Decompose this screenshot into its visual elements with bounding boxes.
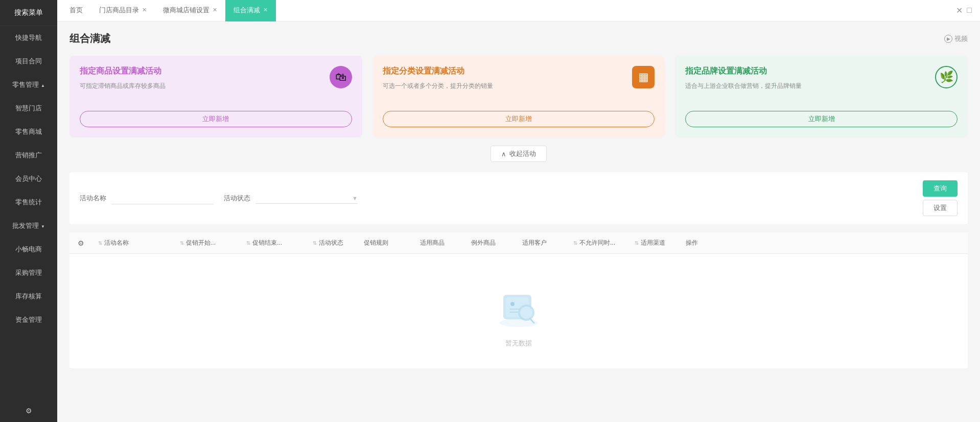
settings-gear-icon: ⚙: [78, 239, 84, 247]
close-window-button[interactable]: ✕: [956, 6, 963, 15]
sidebar-item-marketing[interactable]: 营销推广: [0, 144, 57, 167]
page-header: 组合满减 ▶ 视频: [69, 32, 968, 45]
activity-status-label: 活动状态: [224, 194, 250, 203]
activity-name-field: 活动名称: [80, 192, 214, 204]
svg-point-4: [520, 307, 532, 319]
sidebar-item-smartstore[interactable]: 智慧门店: [0, 97, 57, 120]
card-category: 指定分类设置满减活动 ▦ 可选一个或者多个分类，提升分类的销量 立即新增: [372, 56, 665, 137]
action-buttons: 查询 设置: [923, 180, 958, 216]
th-activity-name: ⇅ 活动名称: [98, 239, 180, 247]
card-category-add-button[interactable]: 立即新增: [383, 111, 655, 127]
sort-channel-icon[interactable]: ⇅: [635, 240, 639, 246]
empty-illustration: [493, 285, 544, 331]
setting-button[interactable]: 设置: [923, 200, 958, 216]
th-applicable-customer: 适用客户: [522, 239, 573, 247]
card-product-title: 指定商品设置满减活动: [80, 66, 352, 77]
sidebar-item-purchase[interactable]: 采购管理: [0, 261, 57, 285]
close-tab-store-catalog[interactable]: ✕: [142, 7, 147, 13]
activity-status-select[interactable]: ▼: [255, 193, 358, 204]
query-button[interactable]: 查询: [923, 180, 958, 197]
tab-store-catalog[interactable]: 门店商品目录 ✕: [91, 0, 155, 21]
card-brand-desc: 适合与上游企业联合做营销，提升品牌销量: [685, 82, 958, 106]
close-tab-mini-store[interactable]: ✕: [213, 7, 217, 13]
settings-icon[interactable]: ⚙: [0, 400, 57, 422]
collapse-activity-button[interactable]: ∧ 收起活动: [491, 146, 547, 162]
sidebar-item-retailmall[interactable]: 零售商城: [0, 120, 57, 144]
tab-combo-discount[interactable]: 组合满减 ✕: [225, 0, 276, 21]
sidebar-item-retailstat[interactable]: 零售统计: [0, 191, 57, 214]
sidebar-item-wholesale[interactable]: 批发管理: [0, 214, 57, 238]
search-menu[interactable]: 搜索菜单: [0, 0, 57, 26]
th-applicable-channel: ⇅ 适用渠道: [635, 239, 686, 247]
th-except-goods: 例外商品: [471, 239, 522, 247]
card-brand: 指定品牌设置满减活动 🌿 适合与上游企业联合做营销，提升品牌销量 立即新增: [675, 56, 968, 137]
sidebar: 搜索菜单 快捷导航 项目合同 零售管理 智慧门店 零售商城 营销推广 会员中心 …: [0, 0, 57, 422]
tab-mini-store[interactable]: 微商城店铺设置 ✕: [155, 0, 225, 21]
sort-name-icon[interactable]: ⇅: [98, 240, 102, 246]
sidebar-item-contract[interactable]: 项目合同: [0, 50, 57, 73]
empty-text: 暂无数据: [505, 339, 532, 348]
activity-name-label: 活动名称: [80, 194, 106, 203]
th-applicable-goods: 适用商品: [420, 239, 471, 247]
maximize-window-button[interactable]: □: [967, 6, 972, 15]
sidebar-item-member[interactable]: 会员中心: [0, 167, 57, 191]
card-brand-title: 指定品牌设置满减活动: [685, 66, 958, 77]
card-product: 指定商品设置满减活动 🛍 可指定滞销商品或库存较多商品 立即新增: [69, 56, 362, 137]
activity-cards: 指定商品设置满减活动 🛍 可指定滞销商品或库存较多商品 立即新增 指定分类设置满…: [69, 56, 968, 137]
sort-notallow-icon[interactable]: ⇅: [573, 240, 577, 246]
card-product-add-button[interactable]: 立即新增: [80, 111, 352, 127]
th-promo-rule: 促销规则: [364, 239, 420, 247]
collapse-bar: ∧ 收起活动: [69, 146, 968, 162]
content-area: 组合满减 ▶ 视频 指定商品设置满减活动 🛍 可指定滞销商品或库存较多商品 立即…: [57, 21, 980, 422]
sort-status-icon[interactable]: ⇅: [313, 240, 317, 246]
activity-table: ⚙ ⇅ 活动名称 ⇅ 促销开始... ⇅ 促销结束... ⇅ 活动状态: [69, 232, 968, 368]
tab-bar: 首页 门店商品目录 ✕ 微商城店铺设置 ✕ 组合满减 ✕ ✕ □: [57, 0, 980, 21]
th-promo-start: ⇅ 促销开始...: [180, 239, 246, 247]
window-controls: ✕ □: [956, 6, 976, 15]
sidebar-item-ecommerce[interactable]: 小畅电商: [0, 238, 57, 261]
sort-start-icon[interactable]: ⇅: [180, 240, 184, 246]
sidebar-item-retail[interactable]: 零售管理: [0, 73, 57, 97]
card-product-icon: 🛍: [330, 66, 352, 88]
card-category-desc: 可选一个或者多个分类，提升分类的销量: [383, 82, 655, 106]
th-promo-end: ⇅ 促销结束...: [246, 239, 313, 247]
card-brand-add-button[interactable]: 立即新增: [685, 111, 958, 127]
sidebar-item-finance[interactable]: 资金管理: [0, 308, 57, 332]
card-product-desc: 可指定滞销商品或库存较多商品: [80, 82, 352, 106]
th-not-allow: ⇅ 不允许同时...: [573, 239, 635, 247]
svg-point-6: [510, 302, 515, 306]
table-header: ⚙ ⇅ 活动名称 ⇅ 促销开始... ⇅ 促销结束... ⇅ 活动状态: [69, 232, 968, 254]
close-tab-combo-discount[interactable]: ✕: [263, 7, 268, 13]
video-circle-icon: ▶: [944, 35, 952, 43]
chevron-down-icon: ▼: [352, 195, 358, 201]
activity-name-input[interactable]: [111, 192, 214, 204]
th-action: 操作: [686, 239, 960, 247]
tab-home[interactable]: 首页: [61, 0, 91, 21]
th-activity-status: ⇅ 活动状态: [313, 239, 364, 247]
sidebar-item-inventory[interactable]: 库存核算: [0, 285, 57, 308]
video-link[interactable]: ▶ 视频: [944, 34, 968, 43]
main-area: 首页 门店商品目录 ✕ 微商城店铺设置 ✕ 组合满减 ✕ ✕ □ 组合满减 ▶ …: [57, 0, 980, 422]
search-bar: 活动名称 活动状态 ▼ 查询 设置: [69, 172, 968, 224]
activity-status-field: 活动状态 ▼: [224, 193, 358, 204]
sort-end-icon[interactable]: ⇅: [246, 240, 250, 246]
card-category-icon: ▦: [632, 66, 655, 88]
sidebar-item-quicknav[interactable]: 快捷导航: [0, 26, 57, 50]
empty-state: 暂无数据: [69, 254, 968, 368]
card-brand-icon: 🌿: [935, 66, 958, 88]
chevron-up-icon: ∧: [501, 150, 506, 158]
th-settings[interactable]: ⚙: [78, 239, 98, 247]
page-title: 组合满减: [69, 32, 110, 45]
card-category-title: 指定分类设置满减活动: [383, 66, 655, 77]
